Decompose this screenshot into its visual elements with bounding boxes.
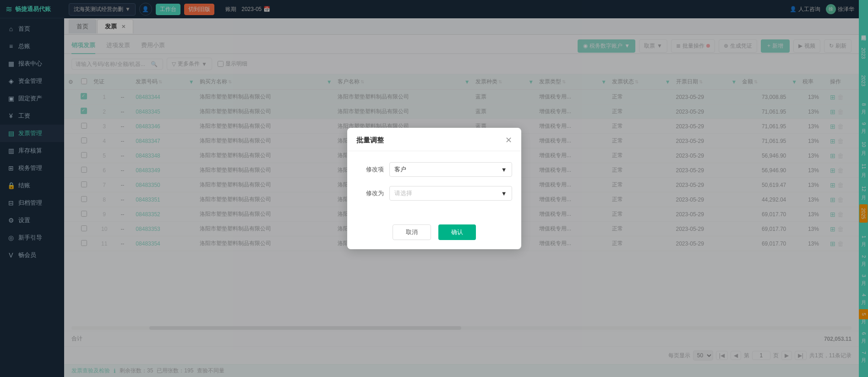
modal-value-row: 修改为 请选择 ▼ <box>356 186 512 201</box>
modal-cancel-button[interactable]: 取消 <box>393 224 431 240</box>
modal-body: 修改项 客户 ▼ 修改为 请选择 ▼ <box>347 151 521 221</box>
modal-value-label: 修改为 <box>356 189 384 197</box>
batch-adjust-modal: 批量调整 ✕ 修改项 客户 ▼ 修改为 请选择 ▼ 取消 确认 <box>347 128 521 249</box>
modal-footer: 取消 确认 <box>347 221 521 249</box>
modal-close-button[interactable]: ✕ <box>505 135 512 145</box>
modal-title: 批量调整 <box>356 136 384 145</box>
field-dropdown-icon: ▼ <box>501 166 507 173</box>
modal-value-select[interactable]: 请选择 ▼ <box>389 186 512 201</box>
modal-field-select[interactable]: 客户 ▼ <box>389 162 512 177</box>
modal-header: 批量调整 ✕ <box>347 128 521 151</box>
modal-field-label: 修改项 <box>356 165 384 174</box>
modal-confirm-button[interactable]: 确认 <box>438 224 476 240</box>
modal-value-placeholder: 请选择 <box>394 189 412 197</box>
modal-field-row: 修改项 客户 ▼ <box>356 162 512 177</box>
modal-overlay[interactable]: 批量调整 ✕ 修改项 客户 ▼ 修改为 请选择 ▼ 取消 确认 <box>0 0 868 377</box>
value-dropdown-icon: ▼ <box>501 190 507 197</box>
